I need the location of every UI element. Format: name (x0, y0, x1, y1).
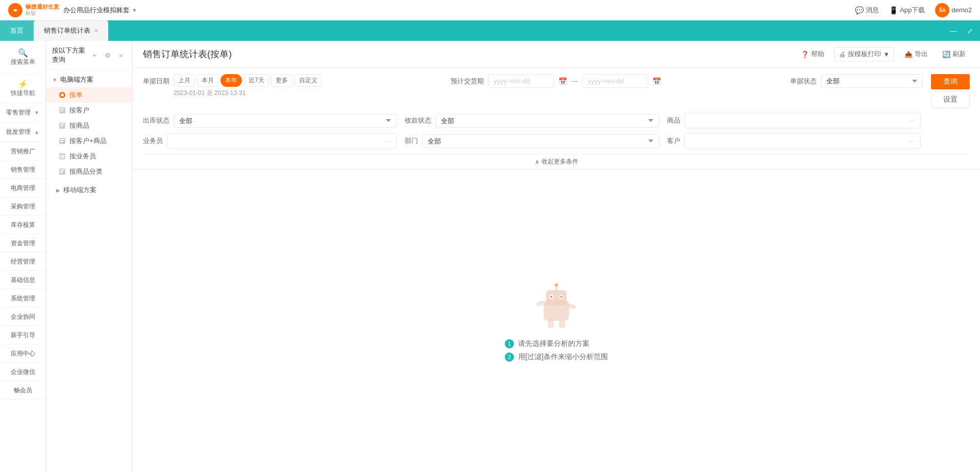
sidebar-item-wholesale[interactable]: 批发管理 ▲ (0, 123, 45, 142)
filter-status-group: 单据状态 全部 待审核 已审核 已完成 已作废 (790, 74, 923, 88)
sidebar-item-apps[interactable]: 应用中心 (0, 344, 45, 363)
scheme-panel-actions: + ⚙ « (89, 50, 126, 60)
delivery-select[interactable]: 全部 未出库 部分出库 全部出库 (174, 114, 397, 128)
sidebar-item-finance[interactable]: 资金管理 (0, 234, 45, 252)
salesperson-input-area[interactable]: ··· (167, 133, 397, 149)
print-button[interactable]: 🖨 按模板打印 ▼ (835, 47, 894, 61)
scheme-desktop-group-header[interactable]: ▼ 电脑端方案 (46, 72, 132, 87)
scheme-item-by-order-label: 按单 (69, 90, 83, 100)
sidebar-quicknav-section: ⚡ 快捷导航 (0, 74, 45, 103)
sidebar-item-basic[interactable]: 基础信息 (0, 271, 45, 289)
message-button[interactable]: 💬 消息 (855, 6, 879, 15)
expected-date-start-input[interactable] (488, 74, 554, 88)
filter-date-group: 单据日期 上月 本月 本年 近7天 更多 自定义 2023-01-01 至 20… (143, 74, 322, 98)
date-separator-icon: — (571, 77, 578, 85)
cal-icon-2[interactable]: 📅 (652, 77, 661, 85)
date-btn-this-month[interactable]: 本月 (197, 74, 218, 87)
sidebar-item-enterprise[interactable]: 企业协同 (0, 308, 45, 326)
svg-rect-17 (60, 170, 64, 171)
sidebar-item-quicknav[interactable]: ⚡ 快捷导航 (0, 76, 45, 101)
svg-rect-29 (548, 320, 554, 328)
sidebar-item-marketing[interactable]: 营销推广 (0, 142, 45, 160)
sidebar-item-operation[interactable]: 经营管理 (0, 252, 45, 271)
sidebar-item-inventory[interactable]: 库存核算 (0, 216, 45, 234)
scheme-mobile-group-header[interactable]: ▶ 移动端方案 (46, 183, 132, 197)
scheme-desktop-group: ▼ 电脑端方案 按单 按客户 (46, 70, 132, 181)
scheme-item-by-product[interactable]: 按商品 (46, 118, 132, 133)
tab-sales-statistics[interactable]: 销售订单统计表 × (34, 20, 108, 41)
scheme-settings-button[interactable]: ⚙ (103, 50, 113, 60)
page-title: 销售订单统计表(按单) (143, 48, 232, 60)
expected-date-label: 预计交货期 (451, 77, 484, 86)
query-button[interactable]: 查询 (931, 74, 970, 89)
date-btn-7days[interactable]: 近7天 (244, 74, 269, 87)
sidebar-item-system[interactable]: 系统管理 (0, 289, 45, 308)
refresh-icon: 🔄 (942, 51, 950, 58)
app-download-button[interactable]: 📱 App下载 (889, 6, 925, 15)
scheme-add-button[interactable]: + (89, 50, 100, 60)
top-bar-right: 💬 消息 📱 App下载 Ea demo2 (855, 3, 972, 17)
svg-rect-25 (555, 286, 557, 291)
status-select[interactable]: 全部 待审核 已审核 已完成 已作废 (821, 74, 923, 88)
sidebar-item-purchase[interactable]: 采购管理 (0, 197, 45, 216)
right-action-group: 查询 设置 (931, 74, 970, 108)
user-profile[interactable]: Ea demo2 (935, 3, 972, 17)
tab-maximize-button[interactable]: ⤢ (964, 25, 976, 37)
filter-area: 单据日期 上月 本月 本年 近7天 更多 自定义 2023-01-01 至 20… (133, 68, 980, 170)
svg-rect-15 (63, 155, 64, 158)
scheme-desktop-label: 电脑端方案 (60, 75, 93, 84)
payment-label: 收款状态 (405, 116, 431, 125)
product-input-area[interactable]: ··· (684, 113, 921, 128)
sidebar-item-ecommerce[interactable]: 电商管理 (0, 179, 45, 197)
mobile-group-arrow-icon: ▶ (56, 187, 60, 193)
tab-close-icon[interactable]: × (94, 27, 98, 34)
help-button[interactable]: ❓ 帮助 (797, 48, 828, 61)
scheme-collapse-button[interactable]: « (116, 50, 126, 60)
sidebar-quicknav-label: 快捷导航 (0, 89, 45, 98)
sidebar-item-sales[interactable]: 销售管理 (0, 160, 45, 179)
filter-expected-date-group: 预计交货期 📅 — 📅 (451, 74, 661, 88)
date-btn-more[interactable]: 更多 (271, 74, 292, 87)
payment-select[interactable]: 全部 未收款 部分收款 全部收款 (435, 114, 658, 128)
date-btn-custom[interactable]: 自定义 (295, 74, 322, 87)
date-btn-last-month[interactable]: 上月 (174, 74, 195, 87)
settings-button[interactable]: 设置 (931, 91, 970, 108)
refresh-button[interactable]: 🔄 刷新 (938, 48, 970, 61)
customer-input-area[interactable]: ··· (684, 133, 921, 149)
main-layout: 🔍 搜索菜单 ⚡ 快捷导航 零售管理 ▼ 批发管理 ▲ 营销推广 销售管理 电商… (0, 41, 980, 472)
content-area: 按以下方案查询 + ⚙ « ▼ 电脑端方案 (46, 41, 980, 472)
scheme-item-by-category[interactable]: 按商品分类 (46, 164, 132, 179)
tab-minimize-button[interactable]: — (947, 25, 960, 37)
scheme-item-by-customer[interactable]: 按客户 (46, 103, 132, 118)
workspace-selector[interactable]: 办公用品行业模拟账套 ▼ (63, 6, 137, 15)
collapse-bar[interactable]: ∧ 收起更多条件 (143, 154, 970, 169)
sidebar-item-search[interactable]: 🔍 搜索菜单 (0, 45, 45, 69)
sidebar-item-wechat[interactable]: 企业微信 (0, 363, 45, 381)
product-label: 商品 (667, 116, 680, 125)
sidebar-item-member[interactable]: 畅会员 (0, 381, 45, 399)
department-select[interactable]: 全部 (422, 134, 658, 148)
export-button[interactable]: 📤 导出 (900, 48, 932, 61)
scheme-panel: 按以下方案查询 + ⚙ « ▼ 电脑端方案 (46, 41, 133, 472)
app-download-icon: 📱 (889, 6, 898, 14)
sidebar-item-retail[interactable]: 零售管理 ▼ (0, 103, 45, 123)
message-icon: 💬 (855, 6, 864, 14)
by-order-icon (58, 91, 66, 99)
print-arrow-icon: ▼ (883, 51, 890, 58)
svg-rect-4 (60, 108, 64, 109)
svg-rect-5 (60, 110, 63, 111)
date-btn-this-year[interactable]: 本年 (220, 74, 242, 87)
scheme-item-by-order[interactable]: 按单 (46, 87, 132, 103)
svg-rect-11 (60, 141, 63, 142)
tab-bar-actions: — ⤢ (947, 25, 976, 37)
scheme-item-by-customer-product[interactable]: 按客户+商品 (46, 133, 132, 149)
collapse-btn: ∧ 收起更多条件 (535, 157, 578, 166)
cal-icon-1[interactable]: 📅 (558, 77, 567, 85)
scheme-item-by-salesperson[interactable]: 按业务员 (46, 149, 132, 164)
tip-num-2: 2 (505, 352, 514, 362)
tab-home[interactable]: 首页 (0, 20, 34, 41)
product-ellipsis: ··· (909, 116, 915, 125)
logo-area: 畅捷通好生意 标版 (8, 3, 59, 17)
sidebar-item-guide[interactable]: 新手引导 (0, 326, 45, 344)
expected-date-end-input[interactable] (582, 74, 648, 88)
